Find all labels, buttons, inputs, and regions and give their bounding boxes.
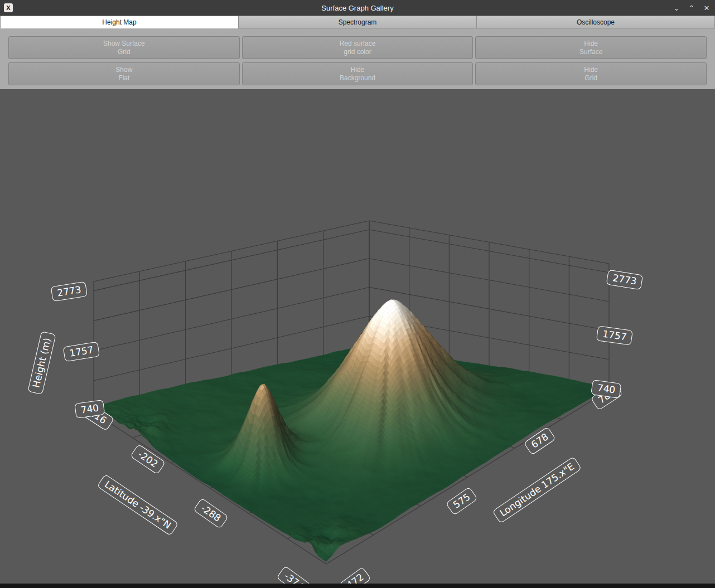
shade-icon[interactable]: ⌄	[673, 4, 680, 12]
show-surface-grid-button[interactable]: Show Surface Grid	[8, 36, 240, 59]
bottom-edge	[0, 584, 715, 588]
close-icon[interactable]: ✕	[703, 4, 711, 12]
hide-surface-button[interactable]: Hide Surface	[475, 36, 707, 59]
plot-area: 781678575472-116-202-288-374277327731757…	[0, 89, 715, 588]
tab-spectrogram[interactable]: Spectrogram	[238, 16, 477, 28]
hide-grid-button[interactable]: Hide Grid	[475, 62, 707, 85]
minimize-icon[interactable]: ⌃	[688, 4, 695, 12]
tab-height-map[interactable]: Height Map	[0, 16, 239, 28]
control-panel: Show Surface Grid Red surface grid color…	[0, 28, 715, 89]
surface-plot-canvas[interactable]	[0, 89, 715, 588]
window-title: Surface Graph Gallery	[0, 4, 715, 12]
app-window: X Surface Graph Gallery ⌄ ⌃ ✕ Height Map…	[0, 0, 715, 588]
surface-grid-color-button[interactable]: Red surface grid color	[242, 36, 474, 59]
window-controls: ⌄ ⌃ ✕	[673, 0, 711, 16]
hide-background-button[interactable]: Hide Background	[242, 62, 474, 85]
show-flat-button[interactable]: Show Flat	[8, 62, 240, 85]
tab-bar: Height Map Spectrogram Oscilloscope	[0, 16, 715, 28]
tab-oscilloscope[interactable]: Oscilloscope	[476, 16, 715, 28]
titlebar: X Surface Graph Gallery ⌄ ⌃ ✕	[0, 0, 715, 16]
